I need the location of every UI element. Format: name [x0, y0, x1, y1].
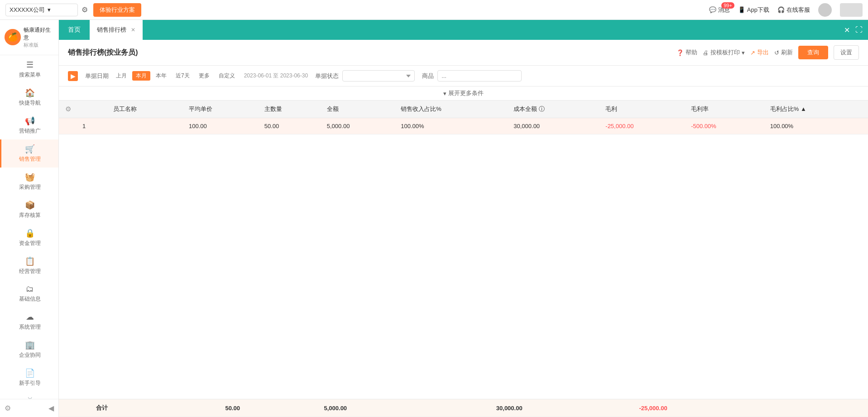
- date-tab-prev-month[interactable]: 上月: [112, 71, 130, 81]
- date-tab-last-7-days[interactable]: 近7天: [172, 71, 193, 81]
- system-icon: ☁: [26, 312, 34, 322]
- td-quantity: 50.00: [259, 118, 321, 134]
- logo-emoji: 🍊: [8, 32, 18, 42]
- main-layout: 🍊 畅康通好生意 标准版 ☰ 搜索菜单 🏠 快捷导航 📢 营销推广 🛒: [0, 20, 868, 417]
- td-amount: 5,000.00: [321, 118, 396, 134]
- message-button[interactable]: 💬 消息 99+: [709, 6, 730, 14]
- home-icon: 🏠: [25, 88, 35, 98]
- template-print-button[interactable]: 🖨 按模板打印 ▾: [703, 48, 745, 57]
- footer-td-amount: 5,000.00: [319, 399, 449, 417]
- tab-close-window-icon[interactable]: ✕: [844, 26, 850, 34]
- date-tabs: 上月 本月 本年 近7天 更多 自定义: [112, 71, 239, 81]
- inventory-icon: 📦: [25, 200, 35, 210]
- footer-td-gross-profit: -25,000.00: [633, 399, 784, 417]
- content-area: 首页 销售排行榜 ✕ ✕ ⛶ 销售排行榜(按业务员) ❓ 帮助: [59, 20, 868, 417]
- sidebar-item-basic-info[interactable]: 🗂 基础信息: [0, 280, 58, 307]
- table-header-row: ⚙ 员工名称 平均单价 主数量 全额 销售收入占比% 成本全额 ⓘ 毛利 毛利率…: [59, 101, 868, 118]
- refresh-label: 刷新: [781, 48, 793, 57]
- footer-td-cost: 30,000.00: [491, 399, 634, 417]
- th-settings: ⚙: [59, 101, 77, 118]
- sidebar-item-search[interactable]: ☰ 搜索菜单: [0, 55, 58, 83]
- footer-td-label: 合计: [91, 399, 178, 417]
- sidebar-item-quick-nav[interactable]: 🏠 快捷导航: [0, 83, 58, 111]
- phone-icon: 📱: [738, 6, 745, 13]
- sidebar-item-label: 销售管理: [19, 155, 41, 163]
- tab-sales-rank[interactable]: 销售排行榜 ✕: [90, 20, 143, 40]
- query-button[interactable]: 查询: [798, 46, 828, 59]
- td-name: [108, 118, 183, 134]
- sidebar-logo: 🍊 畅康通好生意 标准版: [0, 20, 58, 55]
- date-tab-custom[interactable]: 自定义: [215, 71, 239, 81]
- date-tab-current-month[interactable]: 本月: [132, 71, 150, 81]
- tab-expand-icon[interactable]: ⛶: [855, 26, 863, 34]
- tab-home[interactable]: 首页: [59, 20, 90, 40]
- footer-collapse-icon[interactable]: ◀: [48, 404, 54, 412]
- td-rank: 1: [77, 118, 108, 134]
- tab-close-icon[interactable]: ✕: [131, 27, 135, 33]
- sidebar-item-label: 搜索菜单: [19, 71, 41, 79]
- company-name: XXXXXX公司: [10, 6, 45, 14]
- app-label: App下载: [747, 6, 769, 14]
- help-button[interactable]: ❓ 帮助: [676, 48, 697, 57]
- date-tab-current-year[interactable]: 本年: [152, 71, 170, 81]
- set-button[interactable]: 设置: [834, 45, 859, 60]
- sidebar-item-marketing[interactable]: 📢 营销推广: [0, 111, 58, 139]
- sidebar-item-app-center[interactable]: 📺 应用中心: [0, 392, 58, 399]
- footer-td-sales-pct: [449, 399, 491, 417]
- date-tab-more[interactable]: 更多: [195, 71, 213, 81]
- th-quantity: 主数量: [259, 101, 321, 118]
- date-range-text: 2023-06-01 至 2023-06-30: [244, 72, 308, 80]
- finance-icon: 🔒: [25, 228, 35, 238]
- settings-icon[interactable]: ⚙: [82, 5, 88, 14]
- column-settings-icon[interactable]: ⚙: [65, 105, 71, 113]
- th-sales-pct: 销售收入占比%: [395, 101, 508, 118]
- sidebar-item-sales[interactable]: 🛒 销售管理: [0, 139, 58, 168]
- sidebar-item-finance[interactable]: 🔒 资金管理: [0, 224, 58, 252]
- operations-icon: 📋: [25, 256, 35, 266]
- expand-conditions-button[interactable]: ▾ 展开更多条件: [443, 89, 484, 97]
- goods-input[interactable]: [437, 70, 522, 81]
- td-gross-rate: -500.00%: [686, 118, 765, 134]
- sidebar-item-enterprise[interactable]: 🏢 企业协同: [0, 336, 58, 364]
- sidebar-item-label: 新手引导: [19, 379, 41, 387]
- sidebar-item-purchase[interactable]: 🧺 采购管理: [0, 168, 58, 196]
- table-container: ⚙ 员工名称 平均单价 主数量 全额 销售收入占比% 成本全额 ⓘ 毛利 毛利率…: [59, 101, 868, 399]
- user-name-placeholder[interactable]: [840, 3, 863, 17]
- company-selector[interactable]: XXXXXX公司 ▾: [5, 4, 78, 16]
- footer-settings-icon[interactable]: ⚙: [5, 404, 11, 412]
- footer-td-gross-pct: [826, 399, 868, 417]
- data-table: ⚙ 员工名称 平均单价 主数量 全额 销售收入占比% 成本全额 ⓘ 毛利 毛利率…: [59, 101, 868, 134]
- sidebar-item-inventory[interactable]: 📦 库存核算: [0, 196, 58, 224]
- status-select[interactable]: [342, 70, 415, 81]
- footer-td-quantity: 50.00: [220, 399, 318, 417]
- message-icon: 💬: [709, 6, 716, 13]
- logo-icon: 🍊: [5, 29, 21, 45]
- th-amount: 全额: [321, 101, 396, 118]
- print-icon: 🖨: [703, 49, 709, 56]
- logo-text-block: 畅康通好生意 标准版: [24, 26, 54, 48]
- app-download-button[interactable]: 📱 App下载: [738, 6, 769, 14]
- trial-button[interactable]: 体验行业方案: [93, 3, 141, 17]
- th-gross-rate: 毛利率: [686, 101, 765, 118]
- sidebar-item-system[interactable]: ☁ 系统管理: [0, 307, 58, 336]
- sidebar-item-label: 营销推广: [19, 127, 41, 135]
- refresh-button[interactable]: ↺ 刷新: [774, 48, 793, 57]
- service-label: 在线客服: [786, 6, 810, 14]
- sidebar-footer: ⚙ ◀: [0, 399, 58, 417]
- sidebar-item-guide[interactable]: 📄 新手引导: [0, 364, 58, 392]
- online-service-button[interactable]: 🎧 在线客服: [777, 6, 810, 14]
- export-button[interactable]: ↗ 导出: [750, 48, 769, 57]
- td-gross-profit: -25,000.00: [600, 118, 686, 134]
- sidebar-nav: ☰ 搜索菜单 🏠 快捷导航 📢 营销推广 🛒 销售管理 🧺 采购管理 📦: [0, 55, 58, 399]
- logo-text: 畅康通好生意: [24, 26, 54, 42]
- guide-icon: 📄: [25, 368, 35, 378]
- tab-sales-rank-label: 销售排行榜: [97, 26, 126, 34]
- help-icon: ❓: [676, 49, 684, 56]
- sidebar-item-label: 基础信息: [19, 295, 41, 303]
- filter-arrow-button[interactable]: ▶: [68, 71, 78, 81]
- sidebar-item-operations[interactable]: 📋 经营管理: [0, 252, 58, 280]
- user-avatar[interactable]: [818, 3, 832, 17]
- td-avg-price: 100.00: [183, 118, 259, 134]
- top-header: XXXXXX公司 ▾ ⚙ 体验行业方案 💬 消息 99+ 📱 App下载 🎧 在…: [0, 0, 868, 20]
- th-avg-price: 平均单价: [183, 101, 259, 118]
